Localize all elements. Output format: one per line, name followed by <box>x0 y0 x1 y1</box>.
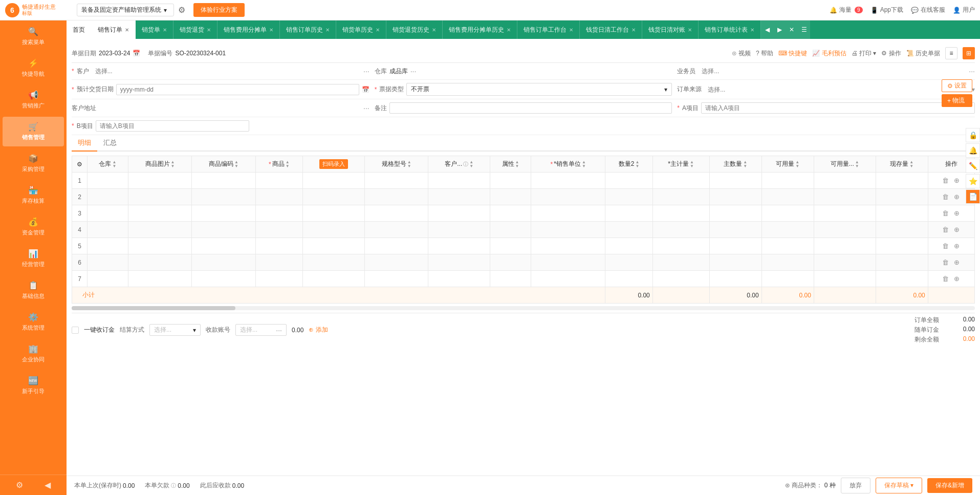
tab-detail[interactable]: 明细 <box>72 135 97 152</box>
tab-close-icon[interactable]: ✕ <box>631 27 636 33</box>
row-spec-5[interactable] <box>364 238 428 254</box>
row-warehouse-3[interactable] <box>88 205 128 222</box>
profit-estimate-btn[interactable]: 📈 毛利预估 <box>812 49 846 58</box>
sidebar-item-inventory[interactable]: 🏪 库存核算 <box>3 180 64 210</box>
sidebar-item-operations[interactable]: 📊 经营管理 <box>3 244 64 273</box>
row-qty2-3[interactable] <box>605 205 652 222</box>
row-product-3[interactable] <box>255 205 302 222</box>
tab-close-icon[interactable]: ✕ <box>325 27 330 33</box>
copy-row-icon[interactable]: ⊕ <box>952 225 962 234</box>
right-panel-edit[interactable]: ✏️ <box>966 159 980 173</box>
tab-menu-btn[interactable]: ☰ <box>798 20 810 39</box>
tab-sales-fee-split[interactable]: 销售费用分摊单 ✕ <box>217 20 280 39</box>
right-panel-star[interactable]: ⭐ <box>966 174 980 188</box>
row-qty2-7[interactable] <box>605 271 652 287</box>
tab-close-icon[interactable]: ✕ <box>507 27 511 33</box>
tab-close-icon[interactable]: ✕ <box>269 27 273 33</box>
row-customer-code-3[interactable] <box>428 205 490 222</box>
row-main-qty-5[interactable] <box>709 238 761 254</box>
sidebar-item-system[interactable]: ⚙️ 系统管理 <box>3 307 64 337</box>
tab-prev-btn[interactable]: ◀ <box>761 20 773 39</box>
save-new-btn[interactable]: 保存&新增 <box>927 478 972 493</box>
sidebar-settings-icon[interactable]: ⚙ <box>16 480 23 490</box>
tab-sales-order[interactable]: 销售订单 ✕ <box>92 20 136 39</box>
tab-sales-fee-history[interactable]: 销售费用分摊单历史 ✕ <box>443 20 517 39</box>
shortcut-btn[interactable]: ⌨ 快捷键 <box>778 49 807 58</box>
scan-input-btn[interactable]: 扫码录入 <box>319 159 348 169</box>
receipt-more-icon[interactable]: ··· <box>276 326 282 334</box>
list-view-btn[interactable]: ≡ <box>945 47 957 59</box>
salesperson-input[interactable] <box>698 66 966 76</box>
add-goods-btn[interactable]: + 物流 <box>942 94 972 107</box>
project-a-input[interactable] <box>701 102 975 114</box>
tab-close-icon[interactable]: ✕ <box>750 27 754 33</box>
delete-row-icon[interactable]: 🗑 <box>941 274 950 284</box>
row-main-qty-2[interactable] <box>709 189 761 205</box>
settings-gear-icon[interactable]: ⚙ <box>178 5 185 15</box>
tab-close-icon[interactable]: ✕ <box>432 27 436 33</box>
row-product-2[interactable] <box>255 189 302 205</box>
notification-btn[interactable]: 🔔 海量 9 <box>830 6 863 14</box>
row-qty2-4[interactable] <box>605 222 652 238</box>
row-unit-6[interactable] <box>531 254 605 271</box>
row-product-code-7[interactable] <box>192 271 255 287</box>
row-main-unit-1[interactable] <box>652 173 709 189</box>
add-payment-btn[interactable]: ⊕ 添加 <box>309 326 328 334</box>
row-main-unit-2[interactable] <box>652 189 709 205</box>
quick-deposit-checkbox[interactable] <box>72 327 79 334</box>
row-product-7[interactable] <box>255 271 302 287</box>
row-warehouse-4[interactable] <box>88 222 128 238</box>
tab-close-icon[interactable]: ✕ <box>688 27 692 33</box>
row-product-code-5[interactable] <box>192 238 255 254</box>
grid-view-btn[interactable]: ⊞ <box>963 47 975 59</box>
tab-sales-return-history[interactable]: 销货单历史 ✕ <box>336 20 386 39</box>
app-download-btn[interactable]: 📱 App下载 <box>870 6 903 14</box>
delete-row-icon[interactable]: 🗑 <box>941 242 950 251</box>
remark-input[interactable] <box>389 102 672 114</box>
sidebar-item-marketing[interactable]: 📢 营销推广 <box>3 85 64 115</box>
row-product-1[interactable] <box>255 173 302 189</box>
tab-close-icon[interactable]: ✕ <box>376 27 380 33</box>
row-product-5[interactable] <box>255 238 302 254</box>
right-panel-lock[interactable]: 🔒 <box>966 128 980 142</box>
order-source-input[interactable] <box>704 84 969 95</box>
row-main-qty-3[interactable] <box>709 205 761 222</box>
tab-close-all-btn[interactable]: ✕ <box>786 20 798 39</box>
row-product-code-3[interactable] <box>192 205 255 222</box>
sidebar-item-enterprise[interactable]: 🏢 企业协同 <box>3 339 64 369</box>
row-customer-code-2[interactable] <box>428 189 490 205</box>
row-product-code-2[interactable] <box>192 189 255 205</box>
tab-cash-daily[interactable]: 钱货日清工作台 ✕ <box>580 20 642 39</box>
trial-btn[interactable]: 体验行业方案 <box>193 3 245 17</box>
salesperson-more-btn[interactable]: ··· <box>969 67 975 75</box>
delete-row-icon[interactable]: 🗑 <box>941 209 950 218</box>
delete-row-icon[interactable]: 🗑 <box>941 225 950 234</box>
row-customer-code-7[interactable] <box>428 271 490 287</box>
row-unit-5[interactable] <box>531 238 605 254</box>
row-unit-2[interactable] <box>531 189 605 205</box>
row-unit-3[interactable] <box>531 205 605 222</box>
user-btn[interactable]: 👤 用户 <box>953 6 975 14</box>
sidebar-item-purchase[interactable]: 📦 采购管理 <box>3 148 64 178</box>
row-spec-3[interactable] <box>364 205 428 222</box>
sidebar-item-search-menu[interactable]: 🔍 搜索菜单 <box>3 21 64 51</box>
row-product-code-4[interactable] <box>192 222 255 238</box>
print-btn[interactable]: 🖨 打印 ▾ <box>852 49 877 58</box>
row-spec-2[interactable] <box>364 189 428 205</box>
row-warehouse-7[interactable] <box>88 271 128 287</box>
row-spec-6[interactable] <box>364 254 428 271</box>
row-customer-code-4[interactable] <box>428 222 490 238</box>
copy-row-icon[interactable]: ⊕ <box>952 192 962 202</box>
tab-close-icon[interactable]: ✕ <box>163 27 167 33</box>
customer-address-input[interactable] <box>99 103 361 113</box>
row-qty2-2[interactable] <box>605 189 652 205</box>
row-unit-1[interactable] <box>531 173 605 189</box>
settings-panel-btn[interactable]: ⚙ 设置 <box>942 79 972 92</box>
online-service-btn[interactable]: 💬 在线客服 <box>911 6 945 14</box>
sidebar-item-guide[interactable]: 🆕 新手引导 <box>3 371 64 400</box>
tab-close-icon[interactable]: ✕ <box>569 27 573 33</box>
sidebar-item-basic-info[interactable]: 📋 基础信息 <box>3 275 64 305</box>
preview-btn[interactable]: ⊙ 视频 <box>732 49 751 58</box>
horizontal-scrollbar[interactable] <box>72 306 975 310</box>
copy-row-icon[interactable]: ⊕ <box>952 258 962 267</box>
